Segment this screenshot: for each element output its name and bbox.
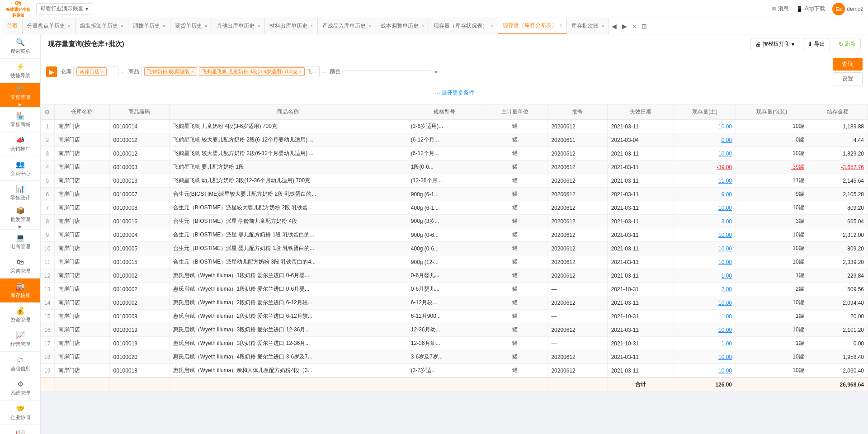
table-row: 4 南岸门店 00100003 飞鹤星飞帆 婴儿配方奶粉 1段 1段(0-6..… bbox=[41, 160, 868, 174]
sidebar-item-nav[interactable]: ⚡ 快捷导航 bbox=[0, 59, 40, 83]
refresh-label: 刷新 bbox=[845, 40, 856, 48]
col-spec: 规格型号 bbox=[407, 104, 482, 120]
row-qty-main[interactable]: 10.00 bbox=[674, 120, 736, 133]
tab-nav-prev[interactable]: ◀ bbox=[609, 23, 619, 30]
product-ellipsis[interactable]: ··· bbox=[321, 69, 326, 75]
message-btn[interactable]: ✉ 消息 bbox=[772, 5, 789, 13]
sidebar-item-guide[interactable]: 📖 新手引导 bbox=[0, 425, 40, 434]
sidebar-item-purchase[interactable]: 🛍 采购管理 bbox=[0, 254, 40, 278]
row-qty-main[interactable]: 1.00 bbox=[674, 337, 736, 350]
tab-menu[interactable]: ⊡ bbox=[639, 23, 650, 30]
warehouse-tag-group[interactable]: 南岸门店 × bbox=[73, 66, 118, 77]
tab-close-split[interactable]: × bbox=[68, 24, 71, 28]
product-tag-2-close[interactable]: × bbox=[299, 69, 302, 74]
row-qty-main[interactable]: 9.00 bbox=[674, 188, 736, 201]
tab-cost-adj[interactable]: 成本调整单历史 × bbox=[376, 18, 429, 34]
warehouse-filter: 仓库 南岸门店 × ··· bbox=[61, 66, 125, 77]
query-btn[interactable]: 查询 bbox=[833, 58, 863, 71]
tab-stock-dist[interactable]: 现存量（库存分布表） × bbox=[498, 18, 567, 34]
sidebar-item-system[interactable]: ⚙ 系统管理 bbox=[0, 376, 40, 401]
tab-disassemble[interactable]: 组装拆卸单历史 × bbox=[75, 18, 128, 34]
sidebar-item-marketing[interactable]: 📣 营销推广 bbox=[0, 132, 40, 156]
sidebar-item-search[interactable]: 🔍 搜索英单 bbox=[0, 34, 40, 59]
product-tag-1-close[interactable]: × bbox=[191, 69, 194, 74]
row-code: 00100002 bbox=[109, 296, 169, 310]
row-qty-main[interactable]: -39.00 bbox=[674, 160, 736, 174]
tab-close-current[interactable]: × bbox=[630, 23, 639, 30]
row-qty-pkg: 10罐 bbox=[736, 201, 808, 215]
tab-batch[interactable]: 库存批次账 × bbox=[567, 18, 609, 34]
row-qty-main[interactable]: 1.00 bbox=[674, 310, 736, 323]
tab-request[interactable]: 要货单历史 × bbox=[170, 18, 212, 34]
row-qty-main[interactable]: 11.00 bbox=[674, 174, 736, 188]
row-qty-main[interactable]: 10.00 bbox=[674, 242, 736, 255]
warehouse-tag-close[interactable]: × bbox=[101, 69, 104, 74]
row-qty-main[interactable]: 10.00 bbox=[674, 201, 736, 215]
sidebar-item-retail[interactable]: 🛒 零售管理 ▶ bbox=[0, 83, 40, 108]
row-name: 飞鹤星飞帆 较大婴儿配方奶粉 2段(6-12个月婴幼儿适用) ... bbox=[169, 147, 407, 160]
sidebar-item-basic[interactable]: 🗂 基础信息 bbox=[0, 352, 40, 376]
sidebar-item-retail-shop[interactable]: 🏪 零售商城 bbox=[0, 108, 40, 132]
row-qty-main[interactable]: 10.00 bbox=[674, 255, 736, 269]
row-qty-main[interactable]: 0.00 bbox=[674, 133, 736, 147]
account-selector[interactable]: 母婴行业演示账套 ▾ bbox=[36, 3, 92, 14]
row-qty-main[interactable]: 2.00 bbox=[674, 283, 736, 296]
row-qty-main[interactable]: 10.00 bbox=[674, 350, 736, 364]
row-qty-main[interactable]: 10.00 bbox=[674, 296, 736, 310]
color-tag-group[interactable] bbox=[342, 71, 433, 73]
row-num: 1 bbox=[41, 120, 54, 133]
refresh-btn[interactable]: ↻ 刷新 bbox=[834, 38, 861, 50]
sidebar-item-ops[interactable]: 📈 经营管理 bbox=[0, 327, 40, 352]
sidebar-item-coop[interactable]: 🤝 企业协同 bbox=[0, 401, 40, 425]
tab-close-batch[interactable]: × bbox=[601, 24, 604, 28]
product-tag-more[interactable]: 飞... bbox=[307, 68, 316, 75]
tab-material-out[interactable]: 材料出库单历史 × bbox=[265, 18, 318, 34]
tab-close-request[interactable]: × bbox=[205, 24, 208, 28]
warehouse-tag[interactable]: 南岸门店 × bbox=[76, 67, 107, 76]
logo-line1: 畅捷通好生意 bbox=[6, 7, 30, 13]
tab-close-cost-adj[interactable]: × bbox=[421, 24, 424, 28]
col-settings[interactable]: ⚙ bbox=[41, 104, 54, 120]
tab-close-stock-dist[interactable]: × bbox=[560, 23, 562, 28]
tab-mix[interactable]: 调拨单历史 × bbox=[128, 18, 170, 34]
color-dropdown[interactable]: ▾ bbox=[434, 68, 438, 75]
user-profile[interactable]: Ea demo2 bbox=[832, 3, 863, 15]
row-qty-main[interactable]: 10.00 bbox=[674, 323, 736, 337]
app-download-btn[interactable]: 📱 App下载 bbox=[796, 5, 825, 13]
tab-close-mix[interactable]: × bbox=[163, 24, 165, 28]
row-spec: 3-6岁及7岁... bbox=[407, 350, 482, 364]
tab-close-product-in[interactable]: × bbox=[368, 24, 371, 28]
tab-other-out[interactable]: 其他出库单历史 × bbox=[212, 18, 265, 34]
sidebar-item-stock[interactable]: 🏭 库存核算 bbox=[0, 278, 40, 303]
row-qty-main[interactable]: 10.00 bbox=[674, 364, 736, 378]
row-balance: 20.00 bbox=[808, 310, 868, 323]
tab-product-in[interactable]: 产成品入库单历史 × bbox=[318, 18, 376, 34]
export-btn[interactable]: ⬇ 导出 bbox=[803, 38, 830, 50]
sidebar-item-ecommerce[interactable]: 💻 电商管理 bbox=[0, 230, 40, 254]
row-qty-main[interactable]: 10.00 bbox=[674, 147, 736, 160]
sidebar-item-finance[interactable]: 💰 资金管理 bbox=[0, 303, 40, 327]
settings-icon[interactable]: ⚙ bbox=[44, 108, 50, 116]
tab-close-material-out[interactable]: × bbox=[310, 24, 313, 28]
tab-split[interactable]: 分量盘点单历史 × bbox=[23, 18, 75, 34]
sidebar-item-member[interactable]: 👥 会员中心 bbox=[0, 156, 40, 181]
sidebar-item-wholesale[interactable]: 📦 批发管理 ▶ bbox=[0, 205, 40, 230]
row-qty-main[interactable]: 1.00 bbox=[674, 269, 736, 283]
filter-expand-left[interactable]: ▶ bbox=[46, 66, 57, 77]
sidebar-item-stats[interactable]: 📊 零售统计 bbox=[0, 181, 40, 205]
tab-nav-next[interactable]: ▶ bbox=[619, 23, 630, 30]
tab-close-stock-status[interactable]: × bbox=[491, 24, 493, 28]
row-qty-main[interactable]: 3.00 bbox=[674, 215, 736, 228]
tab-close-other-out[interactable]: × bbox=[257, 24, 260, 28]
tab-stock-status[interactable]: 现存量（库存状况表） × bbox=[429, 18, 498, 34]
template-print-btn[interactable]: 🖨 按模板打印 ▾ bbox=[750, 38, 799, 50]
set-btn[interactable]: 设置 bbox=[833, 72, 863, 85]
product-tag-2[interactable]: 飞鹤星飞帆 儿童奶粉 4段(3-6岁适用) 700克 × bbox=[199, 67, 305, 76]
tab-home[interactable]: 首页 bbox=[2, 18, 23, 34]
row-qty-main[interactable]: 10.00 bbox=[674, 228, 736, 242]
product-tag-group[interactable]: 飞鹤奶粉3段两罐装 × 飞鹤星飞帆 儿童奶粉 4段(3-6岁适用) 700克 ×… bbox=[141, 66, 320, 77]
product-tag-1[interactable]: 飞鹤奶粉3段两罐装 × bbox=[144, 67, 197, 76]
tab-close-disassemble[interactable]: × bbox=[121, 24, 123, 28]
expand-more-btn[interactable]: ⋯ 展开更多条件 bbox=[435, 89, 474, 97]
warehouse-ellipsis[interactable]: ··· bbox=[120, 69, 125, 75]
